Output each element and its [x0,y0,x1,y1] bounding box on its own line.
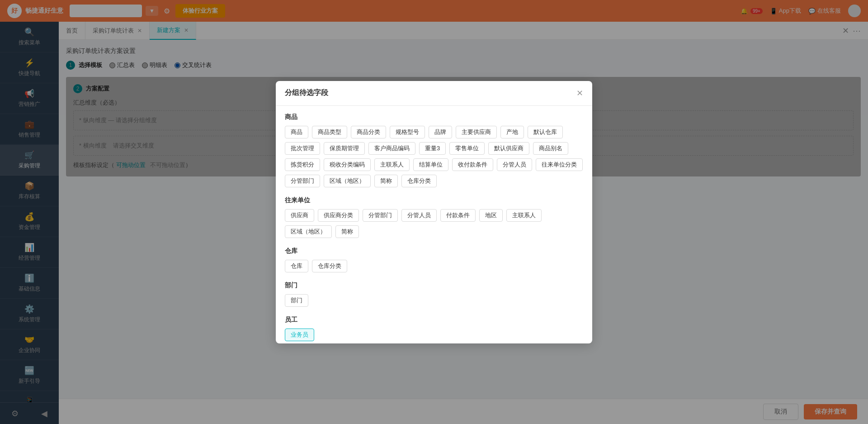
field-tag-1-8[interactable]: 简称 [335,225,359,238]
field-tag-0-18[interactable]: 结算单位 [413,158,448,171]
field-tag-0-19[interactable]: 收付款条件 [452,158,493,171]
modal-header: 分组待选字段 ✕ [276,81,592,106]
field-tags-2: 仓库仓库分类 [285,260,583,272]
field-section-2: 仓库仓库仓库分类 [285,247,583,272]
field-tag-0-9[interactable]: 保质期管理 [324,142,365,155]
field-tag-0-1[interactable]: 商品类型 [312,126,347,138]
field-tag-2-1[interactable]: 仓库分类 [312,260,347,272]
field-tag-0-7[interactable]: 默认仓库 [528,126,563,138]
field-section-4: 员工业务员 [285,316,583,341]
field-tag-1-4[interactable]: 付款条件 [440,209,476,222]
modal-close-button[interactable]: ✕ [576,88,583,98]
section-title-4: 员工 [285,316,583,324]
field-tag-1-0[interactable]: 供应商 [285,209,314,222]
field-tag-0-21[interactable]: 往来单位分类 [536,158,583,171]
field-tag-0-16[interactable]: 税收分类编码 [324,158,371,171]
modal-body: 商品商品商品类型商品分类规格型号品牌主要供应商产地默认仓库批次管理保质期管理客户… [276,106,592,343]
field-section-0: 商品商品商品类型商品分类规格型号品牌主要供应商产地默认仓库批次管理保质期管理客户… [285,113,583,187]
field-tag-1-1[interactable]: 供应商分类 [318,209,359,222]
field-tag-1-3[interactable]: 分管人员 [401,209,437,222]
section-title-2: 仓库 [285,247,583,255]
field-tag-0-10[interactable]: 客户商品编码 [368,142,415,155]
field-tags-3: 部门 [285,294,583,307]
field-tag-0-13[interactable]: 默认供应商 [488,142,529,155]
field-tag-0-3[interactable]: 规格型号 [390,126,425,138]
field-tag-1-6[interactable]: 主联系人 [506,209,542,222]
field-tag-3-0[interactable]: 部门 [285,294,308,307]
field-tag-0-24[interactable]: 简称 [374,175,398,187]
field-tag-0-12[interactable]: 零售单位 [449,142,485,155]
field-tag-1-7[interactable]: 区域（地区） [285,225,332,238]
field-tag-0-4[interactable]: 品牌 [429,126,452,138]
field-tag-1-5[interactable]: 地区 [479,209,503,222]
field-section-1: 往来单位供应商供应商分类分管部门分管人员付款条件地区主联系人区域（地区）简称 [285,196,583,238]
modal-overlay: 分组待选字段 ✕ 商品商品商品类型商品分类规格型号品牌主要供应商产地默认仓库批次… [0,0,868,424]
field-tag-0-5[interactable]: 主要供应商 [456,126,497,138]
modal-title: 分组待选字段 [285,88,328,98]
field-tag-0-17[interactable]: 主联系人 [374,158,410,171]
field-tag-0-15[interactable]: 拣货积分 [285,158,320,171]
modal-dialog: 分组待选字段 ✕ 商品商品商品类型商品分类规格型号品牌主要供应商产地默认仓库批次… [276,81,592,343]
field-tag-0-14[interactable]: 商品别名 [533,142,568,155]
field-tag-0-25[interactable]: 仓库分类 [401,175,437,187]
field-tag-4-0[interactable]: 业务员 [285,329,314,341]
field-tag-0-6[interactable]: 产地 [500,126,524,138]
field-section-3: 部门部门 [285,281,583,307]
field-tags-1: 供应商供应商分类分管部门分管人员付款条件地区主联系人区域（地区）简称 [285,209,583,238]
section-title-0: 商品 [285,113,583,121]
field-tags-4: 业务员 [285,329,583,341]
field-tag-0-23[interactable]: 区域（地区） [324,175,371,187]
field-tag-2-0[interactable]: 仓库 [285,260,308,272]
field-tag-0-11[interactable]: 重量3 [419,142,446,155]
field-tags-0: 商品商品类型商品分类规格型号品牌主要供应商产地默认仓库批次管理保质期管理客户商品… [285,126,583,187]
field-tag-0-20[interactable]: 分管人员 [497,158,532,171]
field-tag-0-22[interactable]: 分管部门 [285,175,320,187]
field-tag-1-2[interactable]: 分管部门 [363,209,398,222]
field-tag-0-8[interactable]: 批次管理 [285,142,320,155]
section-title-1: 往来单位 [285,196,583,205]
field-tag-0-2[interactable]: 商品分类 [351,126,386,138]
section-title-3: 部门 [285,281,583,290]
field-tag-0-0[interactable]: 商品 [285,126,308,138]
